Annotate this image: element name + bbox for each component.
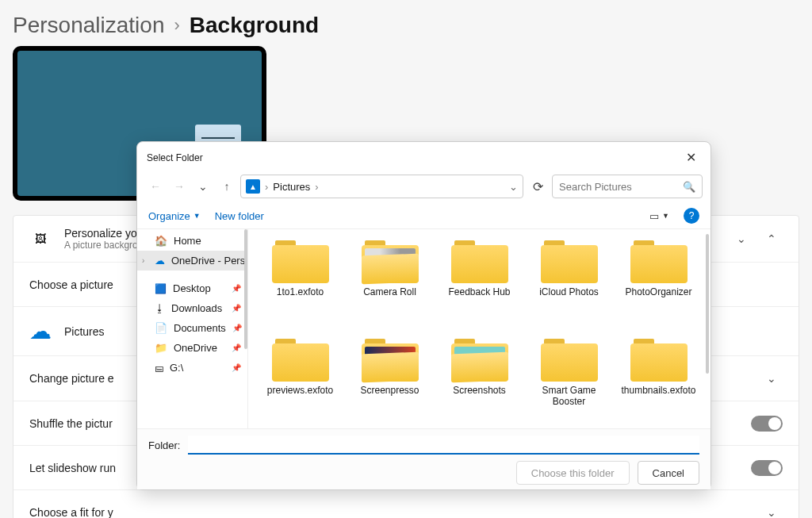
row-title: Let slideshow run [29, 462, 116, 474]
organize-menu[interactable]: Organize ▼ [148, 210, 201, 222]
folder-icon [272, 337, 329, 382]
address-bar[interactable]: ▲ › Pictures › ⌄ [240, 175, 523, 198]
nav-forward-button[interactable]: → [169, 176, 190, 197]
nav-up-button[interactable]: ↑ [216, 176, 237, 197]
row-title: Change picture e [29, 372, 114, 385]
chevron-down-icon[interactable]: ⌄ [760, 367, 783, 389]
breadcrumb-current: Background [190, 13, 319, 38]
new-folder-button[interactable]: New folder [215, 210, 264, 222]
pin-icon: 📌 [232, 343, 241, 352]
folder-icon [362, 337, 419, 382]
folder-label: 1to1.exfoto [277, 286, 324, 297]
folder-item[interactable]: PhotoOrganizer [615, 237, 703, 332]
chevron-up-icon[interactable]: ⌃ [760, 228, 783, 250]
folder-item[interactable]: Feedback Hub [435, 237, 523, 332]
folder-label: Camera Roll [363, 286, 416, 297]
pictures-icon: ▲ [246, 179, 260, 194]
folder-label: Feedback Hub [448, 286, 510, 297]
breadcrumb-parent[interactable]: Personalization [13, 13, 164, 38]
folder-icon [272, 239, 329, 283]
nav-back-button[interactable]: ← [145, 176, 166, 197]
folder-item[interactable]: Camera Roll [346, 237, 434, 332]
folder-icon [541, 337, 598, 382]
search-icon: 🔍 [683, 181, 695, 193]
folder-icon [541, 239, 598, 283]
sidebar-item-downloads[interactable]: Downloads📌 [137, 298, 247, 318]
sidebar-item-onedrive[interactable]: ›OneDrive - Perso [137, 251, 247, 271]
folder-icon [451, 337, 508, 382]
chevron-down-icon[interactable]: ⌄ [760, 501, 783, 518]
folder-icon [630, 337, 688, 382]
breadcrumb: Personalization › Background [13, 0, 799, 46]
path-chevron-icon[interactable]: › [265, 181, 268, 193]
path-chevron-icon[interactable]: › [315, 181, 318, 193]
path-dropdown-icon[interactable]: ⌄ [509, 181, 518, 193]
folder-label: PhotoOrganizer [625, 286, 691, 297]
search-input[interactable]: Search Pictures 🔍 [552, 175, 703, 198]
folder-label: previews.exfoto [267, 385, 333, 396]
folder-label: thumbnails.exfoto [621, 385, 695, 396]
folder-icon [630, 239, 688, 283]
folder-label: Folder: [148, 439, 180, 451]
chevron-down-icon[interactable]: ⌄ [730, 228, 753, 250]
path-location[interactable]: Pictures [273, 181, 310, 193]
folder-item[interactable]: Smart Game Booster [525, 336, 613, 428]
sidebar-item-gdrive[interactable]: G:\📌 [137, 358, 247, 378]
slideshow-toggle[interactable] [751, 460, 783, 476]
fit-row[interactable]: Choose a fit for y ⌄ [13, 490, 799, 518]
folder-label: Screenshots [453, 385, 506, 396]
folder-item[interactable]: iCloud Photos [525, 237, 613, 332]
help-button[interactable]: ? [684, 208, 699, 224]
folder-item[interactable]: Screenshots [435, 336, 523, 428]
folder-label: Smart Game Booster [530, 385, 609, 408]
pin-icon: 📌 [232, 324, 242, 332]
sidebar-item-home[interactable]: Home [137, 231, 247, 251]
sidebar-scrollbar[interactable] [244, 229, 247, 349]
chevron-right-icon: › [174, 15, 179, 36]
refresh-button[interactable]: ⟳ [527, 175, 549, 198]
pin-icon: 📌 [232, 363, 241, 372]
close-button[interactable]: ✕ [680, 147, 703, 168]
navigation-pane: Home ›OneDrive - Perso Desktop📌 Download… [137, 229, 248, 428]
sidebar-item-documents[interactable]: Documents📌 [137, 318, 247, 338]
sidebar-item-onedrive-local[interactable]: OneDrive📌 [137, 338, 247, 358]
grid-scrollbar[interactable] [706, 234, 709, 374]
chevron-down-icon: ▼ [193, 212, 201, 220]
folder-label: iCloud Photos [539, 286, 599, 297]
search-placeholder: Search Pictures [559, 181, 632, 193]
pin-icon: 📌 [232, 284, 241, 293]
dialog-title: Select Folder [147, 152, 203, 163]
row-title: Choose a picture [29, 278, 113, 291]
folder-item[interactable]: thumbnails.exfoto [615, 336, 703, 428]
folder-grid: 1to1.exfotoCamera RollFeedback HubiCloud… [248, 229, 710, 428]
view-options-button[interactable]: ▭ ▼ [649, 210, 669, 222]
choose-folder-button[interactable]: Choose this folder [516, 461, 630, 485]
expand-icon[interactable]: › [142, 256, 144, 265]
folder-name-input[interactable] [188, 436, 699, 455]
folder-item[interactable]: Screenpresso [346, 336, 434, 428]
select-folder-dialog: Select Folder ✕ ← → ⌄ ↑ ▲ › Pictures › ⌄… [136, 141, 711, 490]
onedrive-icon: ☁ [29, 318, 52, 344]
row-title: Shuffle the pictur [29, 417, 113, 430]
image-icon [29, 232, 52, 245]
folder-icon [362, 239, 419, 283]
row-title: Pictures [64, 325, 105, 338]
folder-label: Screenpresso [360, 385, 419, 396]
nav-recent-dropdown[interactable]: ⌄ [193, 176, 213, 197]
folder-item[interactable]: previews.exfoto [256, 336, 344, 428]
folder-icon [451, 239, 508, 283]
cancel-button[interactable]: Cancel [638, 461, 699, 485]
row-title: Choose a fit for y [29, 506, 113, 518]
sidebar-item-desktop[interactable]: Desktop📌 [137, 278, 247, 298]
shuffle-toggle[interactable] [751, 416, 783, 432]
pin-icon: 📌 [232, 304, 241, 313]
folder-item[interactable]: 1to1.exfoto [256, 237, 344, 332]
